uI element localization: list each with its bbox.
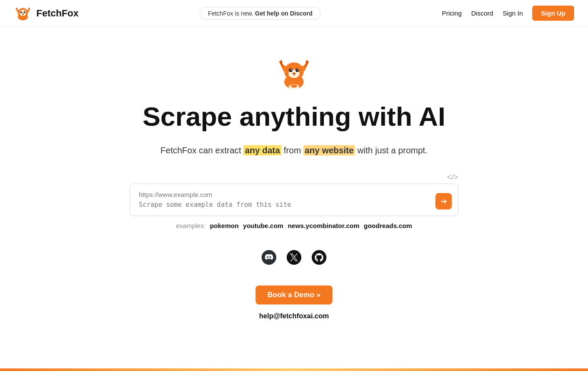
- discord-link[interactable]: Discord: [471, 10, 493, 17]
- svg-point-20: [289, 68, 292, 72]
- examples-label: examples:: [176, 222, 205, 229]
- hero-section: Scrape anything with AI FetchFox can ext…: [0, 27, 588, 355]
- svg-point-24: [293, 73, 296, 75]
- discord-icon[interactable]: [262, 250, 276, 265]
- subtitle-highlight2: any website: [304, 145, 355, 155]
- subtitle-suffix: with just a prompt.: [355, 146, 428, 155]
- hero-subtitle: FetchFox can extract any data from any w…: [160, 143, 428, 157]
- scrape-input-box: ➔: [130, 184, 458, 216]
- subtitle-mid: from: [281, 146, 304, 155]
- banner-discord-cta: Get help on Discord: [255, 10, 313, 17]
- example-goodreads[interactable]: goodreads.com: [364, 222, 412, 229]
- signin-link[interactable]: Sign In: [503, 10, 523, 17]
- code-icon[interactable]: </>: [447, 173, 458, 182]
- svg-point-7: [21, 12, 22, 12]
- banner-tagline: FetchFox is new.: [208, 10, 253, 17]
- new-banner: FetchFox is new. Get help on Discord: [200, 7, 321, 20]
- github-icon[interactable]: [312, 250, 326, 265]
- svg-marker-17: [304, 60, 309, 69]
- x-twitter-icon[interactable]: [287, 250, 301, 265]
- pricing-link[interactable]: Pricing: [442, 10, 462, 17]
- hero-fox-mascot: [275, 53, 313, 92]
- svg-marker-16: [279, 60, 284, 69]
- svg-point-9: [22, 13, 24, 14]
- navbar: FetchFox FetchFox is new. Get help on Di…: [0, 0, 588, 27]
- brand-name: FetchFox: [36, 8, 79, 19]
- svg-point-26: [291, 85, 297, 88]
- svg-point-23: [297, 69, 298, 70]
- code-icon-row: </>: [130, 173, 458, 182]
- svg-point-21: [295, 68, 299, 72]
- url-input[interactable]: [139, 191, 449, 198]
- prompt-input[interactable]: [139, 201, 428, 209]
- arrow-right-icon: ➔: [441, 197, 447, 206]
- example-ycombinator[interactable]: news.ycombinator.com: [288, 222, 359, 229]
- hero-title: Scrape anything with AI: [143, 102, 445, 131]
- submit-button[interactable]: ➔: [435, 193, 452, 209]
- nav-brand-area: FetchFox: [14, 4, 79, 22]
- book-demo-button[interactable]: Book a Demo »: [256, 285, 333, 304]
- svg-point-22: [291, 69, 292, 70]
- examples-row: examples: pokemon youtube.com news.ycomb…: [176, 222, 412, 229]
- example-youtube[interactable]: youtube.com: [243, 222, 283, 229]
- social-row: [262, 250, 326, 265]
- nav-links: Pricing Discord Sign In Sign Up: [442, 6, 574, 21]
- example-pokemon[interactable]: pokemon: [210, 222, 239, 229]
- svg-point-8: [25, 12, 25, 12]
- subtitle-prefix: FetchFox can extract: [160, 146, 243, 155]
- fox-logo-icon: [14, 4, 32, 22]
- subtitle-highlight1: any data: [243, 145, 281, 155]
- signup-button[interactable]: Sign Up: [532, 6, 574, 21]
- svg-point-6: [24, 11, 26, 13]
- svg-point-5: [20, 11, 22, 13]
- help-email: help@fetchfoxai.com: [259, 312, 329, 320]
